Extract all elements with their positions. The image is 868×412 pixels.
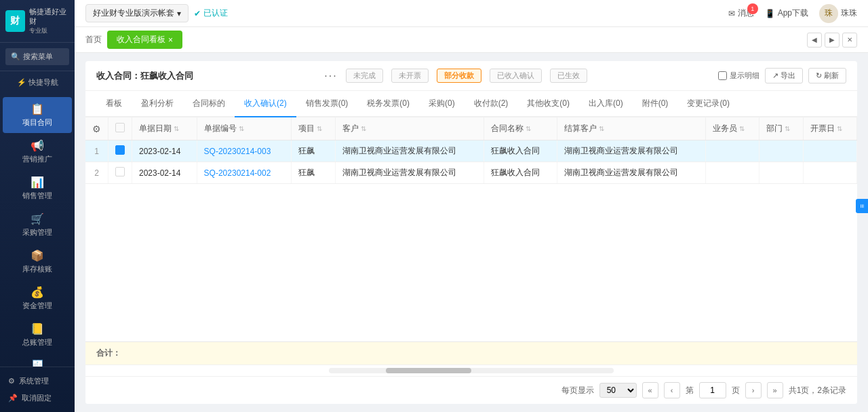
- show-detail-checkbox[interactable]: [718, 71, 727, 80]
- th-settings[interactable]: ⚙: [85, 117, 108, 141]
- tab-contract-std[interactable]: 合同标的: [183, 91, 235, 117]
- active-tab-button[interactable]: 收入合同看板 ×: [107, 31, 182, 49]
- th-checkbox[interactable]: [108, 117, 132, 141]
- right-panel-indicator[interactable]: ≡: [856, 199, 868, 214]
- tab-kanban[interactable]: 看板: [96, 91, 132, 117]
- last-page-button[interactable]: »: [767, 382, 783, 398]
- th-project[interactable]: 项目⇅: [291, 117, 335, 141]
- page-number-input[interactable]: [699, 382, 726, 398]
- th-department[interactable]: 部门⇅: [760, 117, 804, 141]
- table-row[interactable]: 2 2023-02-14 SQ-20230214-002 狂飙 湖南卫视商业运营…: [85, 162, 857, 184]
- th-date[interactable]: 单据日期⇅: [132, 117, 197, 141]
- scroll-thumb[interactable]: [386, 368, 471, 373]
- contract-more-button[interactable]: ···: [324, 70, 337, 82]
- tab-payment[interactable]: 收付款(2): [465, 91, 518, 117]
- th-contract-name[interactable]: 合同名称⇅: [484, 117, 557, 141]
- nav-close-button[interactable]: ✕: [842, 33, 857, 48]
- row-num-2: 2: [85, 162, 108, 184]
- sidebar-item-funds[interactable]: 💰 资金管理: [3, 280, 72, 316]
- th-salesperson[interactable]: 业务员⇅: [706, 117, 760, 141]
- sidebar-item-label-funds: 资金管理: [22, 301, 52, 311]
- search-menu-button[interactable]: 🔍 搜索菜单: [5, 48, 69, 65]
- tab-warehouse[interactable]: 出入库(0): [579, 91, 633, 117]
- row-check-1[interactable]: [108, 141, 132, 162]
- table-row[interactable]: 1 2023-02-14 SQ-20230214-003 狂飙 湖南卫视商业运营…: [85, 141, 857, 162]
- app-download-button[interactable]: 📱 App下载: [765, 7, 808, 19]
- column-settings-icon[interactable]: ⚙: [92, 124, 101, 134]
- sidebar-nav: 📋 项目合同 📢 营销推广 📊 销售管理 🛒 采购管理 📦 库存核账 💰 资金管…: [0, 94, 75, 367]
- breadcrumb-home[interactable]: 首页: [85, 34, 102, 45]
- message-button[interactable]: ✉ 消息 1: [728, 7, 754, 19]
- tab-confirm[interactable]: 收入确认(2): [235, 91, 296, 117]
- page-size-select[interactable]: 20 50 100: [599, 383, 637, 398]
- message-icon: ✉: [728, 9, 735, 18]
- th-customer[interactable]: 客户⇅: [335, 117, 484, 141]
- message-badge: 1: [747, 3, 758, 14]
- nav-next-button[interactable]: ▶: [825, 33, 840, 48]
- sidebar-item-label-inventory: 库存核账: [22, 264, 52, 274]
- sidebar-item-label-purchase: 采购管理: [22, 227, 52, 238]
- invoice-icon: 🧾: [31, 359, 44, 367]
- horizontal-scrollbar[interactable]: [85, 364, 857, 376]
- next-page-button[interactable]: ›: [745, 382, 762, 398]
- sidebar-settings-item[interactable]: ⚙ 系统管理: [5, 373, 69, 390]
- sub-tabs-bar: 看板 盈利分析 合同标的 收入确认(2) 销售发票(0) 税务发票(0) 采购(…: [85, 91, 857, 117]
- sidebar-item-purchase[interactable]: 🛒 采购管理: [3, 207, 72, 243]
- sidebar-item-label-project: 项目合同: [22, 117, 52, 128]
- tab-other-income[interactable]: 其他收支(0): [517, 91, 579, 117]
- status-uninvoiced-button[interactable]: 未开票: [391, 69, 429, 83]
- tab-purchase[interactable]: 采购(0): [419, 91, 465, 117]
- table-footer: 合计：: [85, 341, 857, 364]
- sidebar-item-project[interactable]: 📋 项目合同: [3, 97, 72, 133]
- row-checkbox-1[interactable]: [115, 145, 125, 155]
- company-selector[interactable]: 好业财专业版演示帐套 ▾: [85, 4, 189, 22]
- tab-change-log[interactable]: 变更记录(0): [677, 91, 739, 117]
- row-number-1[interactable]: SQ-20230214-003: [197, 141, 291, 162]
- sidebar-item-inventory[interactable]: 📦 库存核账: [3, 244, 72, 280]
- status-partial-button[interactable]: 部分收款: [437, 69, 481, 83]
- company-name: 好业财专业版演示帐套: [93, 7, 174, 19]
- row-checkbox-2[interactable]: [115, 167, 125, 176]
- th-settle-customer[interactable]: 结算客户⇅: [557, 117, 705, 141]
- sidebar-item-label-sales: 销售管理: [22, 191, 52, 201]
- refresh-button[interactable]: ↻ 刷新: [808, 68, 846, 83]
- th-number[interactable]: 单据编号⇅: [197, 117, 291, 141]
- data-table: ⚙ 单据日期⇅ 单据编号⇅ 项: [85, 117, 857, 184]
- tab-attachment[interactable]: 附件(0): [633, 91, 678, 117]
- salesperson-sort-icon: ⇅: [739, 125, 745, 132]
- app-logo-icon: 财: [5, 10, 25, 32]
- status-confirmed-button[interactable]: 已收入确认: [490, 69, 542, 83]
- row-number-link-2[interactable]: SQ-20230214-002: [204, 168, 271, 178]
- tab-profit[interactable]: 盈利分析: [132, 91, 183, 117]
- nav-prev-button[interactable]: ◀: [807, 33, 822, 48]
- total-label: 合计：: [96, 348, 121, 359]
- status-effective-button[interactable]: 已生效: [550, 69, 587, 83]
- sidebar-item-invoice[interactable]: 🧾 发票管理: [3, 354, 72, 367]
- download-icon: 📱: [765, 9, 775, 18]
- sidebar-item-quick-nav[interactable]: ⚡ 快捷导航: [3, 72, 72, 93]
- row-number-link-1[interactable]: SQ-20230214-003: [204, 147, 271, 156]
- select-all-checkbox[interactable]: [115, 123, 125, 132]
- user-profile[interactable]: 珠 珠珠: [819, 4, 857, 23]
- row-check-2[interactable]: [108, 162, 132, 184]
- contract-detail-header: 收入合同：狂飙收入合同 ··· 未完成 未开票 部分收款 已收入确认 已生效 显…: [85, 61, 857, 91]
- prev-page-button[interactable]: ‹: [664, 382, 680, 398]
- sidebar-logo: 财 畅捷通好业财 专业版: [0, 0, 75, 43]
- sidebar-item-marketing[interactable]: 📢 营销推广: [3, 134, 72, 170]
- sidebar-item-general[interactable]: 📒 总账管理: [3, 317, 72, 353]
- first-page-button[interactable]: «: [642, 382, 658, 398]
- tab-sales-invoice[interactable]: 销售发票(0): [296, 91, 358, 117]
- customer-sort-icon: ⇅: [361, 125, 366, 132]
- th-invoice-date[interactable]: 开票日⇅: [804, 117, 857, 141]
- sidebar-cancel-fix-item[interactable]: 📌 取消固定: [5, 390, 69, 407]
- refresh-label: 刷新: [824, 71, 839, 81]
- row-number-2[interactable]: SQ-20230214-002: [197, 162, 291, 184]
- tab-tax-invoice[interactable]: 税务发票(0): [357, 91, 419, 117]
- status-incomplete-button[interactable]: 未完成: [346, 69, 383, 83]
- row-date-2: 2023-02-14: [132, 162, 197, 184]
- export-button[interactable]: ↗ 导出: [765, 68, 803, 83]
- show-detail-label: 显示明细: [730, 71, 760, 81]
- pin-icon: 📌: [8, 394, 18, 402]
- tab-nav-arrows: ◀ ▶ ✕: [807, 33, 857, 48]
- sidebar-item-sales[interactable]: 📊 销售管理: [3, 170, 72, 206]
